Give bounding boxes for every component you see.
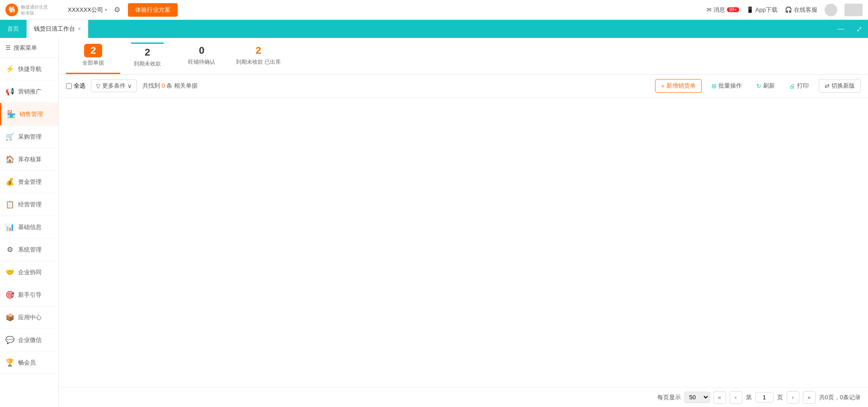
shop-icon: 🏪: [7, 110, 16, 118]
logo-text: 畅捷通好生意 标准版: [21, 4, 48, 16]
sidebar-label-quick-nav: 快捷导航: [18, 65, 42, 73]
money-icon: 💰: [5, 178, 14, 186]
stat-tab-pending[interactable]: 0 旺铺待确认: [175, 38, 229, 74]
next-page-btn[interactable]: ›: [787, 391, 799, 404]
sidebar-item-guide[interactable]: 🎯 新手引导: [0, 284, 58, 306]
sidebar-item-wechat[interactable]: 💬 企业微信: [0, 329, 58, 351]
sidebar-label-system: 系统管理: [18, 246, 42, 254]
header-right: ✉ 消息 99+ 📱 App下载 🎧 在线客服: [707, 4, 863, 16]
sidebar-item-marketing[interactable]: 📢 营销推广: [0, 80, 58, 103]
sidebar: ☰ 搜索菜单 ⚡ 快捷导航 📢 营销推广 🏪 销售管理 🛒 采购管理 🏠 库存核…: [0, 38, 59, 407]
sidebar-item-quick-nav[interactable]: ⚡ 快捷导航: [0, 58, 58, 80]
layout: ☰ 搜索菜单 ⚡ 快捷导航 📢 营销推广 🏪 销售管理 🛒 采购管理 🏠 库存核…: [0, 38, 868, 407]
total-info: 共0页，0条记录: [819, 393, 861, 402]
add-sales-order-button[interactable]: + 新增销货单: [655, 79, 702, 93]
search-icon: ☰: [5, 44, 11, 51]
add-btn-label: 新增销货单: [666, 82, 696, 90]
prev-page-btn[interactable]: ‹: [730, 391, 742, 404]
last-page-btn[interactable]: »: [803, 391, 816, 404]
sidebar-item-app-center[interactable]: 📦 应用中心: [0, 306, 58, 329]
sidebar-item-finance[interactable]: 💰 资金管理: [0, 171, 58, 193]
select-all-label: 全选: [74, 82, 85, 90]
lightning-icon: ⚡: [5, 65, 14, 73]
first-page-btn[interactable]: «: [713, 391, 726, 404]
stat-tab-shipped[interactable]: 2 到期未收款 已出库: [229, 38, 288, 74]
page-number-input[interactable]: [755, 392, 774, 402]
page-suffix: 页: [777, 393, 783, 402]
stat-num-all: 2: [84, 44, 102, 57]
app-download-icon: 📱: [746, 6, 754, 13]
stat-num-pending: 0: [199, 45, 204, 56]
search-menu-label: 搜索菜单: [14, 44, 37, 52]
switch-version-button[interactable]: ⇄ 切换新版: [819, 79, 861, 93]
minimize-icon: —: [837, 25, 844, 33]
sidebar-item-sales[interactable]: 🏪 销售管理: [0, 103, 58, 126]
tab-cash-flow-label: 钱货日清工作台: [34, 25, 75, 33]
refresh-label: 刷新: [763, 82, 775, 90]
sidebar-label-guide: 新手引导: [18, 291, 42, 299]
user-name-area[interactable]: [844, 4, 863, 16]
count-unit: 条: [166, 82, 172, 89]
tab-cash-flow[interactable]: 钱货日清工作台 ×: [27, 20, 88, 38]
count-number: 0: [162, 82, 165, 89]
logo-area: 畅 畅捷通好生意 标准版: [5, 4, 64, 16]
sidebar-item-purchase[interactable]: 🛒 采购管理: [0, 126, 58, 148]
tab-home-label: 首页: [7, 25, 19, 33]
tab-home[interactable]: 首页: [0, 20, 27, 38]
print-button[interactable]: 🖨 打印: [785, 80, 813, 92]
maximize-icon: ⤢: [856, 25, 862, 33]
main-content: 2 全部单据 2 到期未收款 0 旺铺待确认 2 到期未收款 已出库: [59, 38, 868, 407]
company-selector[interactable]: XXXXXX公司 ▾: [68, 6, 107, 14]
sidebar-item-system[interactable]: ⚙ 系统管理: [0, 239, 58, 261]
member-icon: 🏆: [5, 358, 14, 367]
trial-button[interactable]: 体验行业方案: [128, 3, 178, 17]
checkbox-input[interactable]: [66, 83, 72, 89]
handshake-icon: 🤝: [5, 268, 14, 276]
page-size-select[interactable]: 50 100 200: [684, 392, 710, 403]
stat-num-shipped: 2: [256, 45, 261, 56]
megaphone-icon: 📢: [5, 87, 14, 96]
sidebar-label-inventory: 库存核算: [18, 155, 42, 164]
refresh-button[interactable]: ↻ 刷新: [752, 80, 779, 92]
sidebar-label-basic-info: 基础信息: [18, 223, 42, 231]
plus-icon: +: [661, 83, 665, 89]
sidebar-item-member[interactable]: 🏆 畅会员: [0, 351, 58, 374]
stat-label-overdue: 到期未收款: [134, 60, 161, 68]
wechat-icon: 💬: [5, 336, 14, 344]
stat-label-shipped: 到期未收款 已出库: [236, 58, 281, 66]
search-menu[interactable]: ☰ 搜索菜单: [0, 38, 58, 58]
switch-icon: ⇄: [825, 83, 830, 89]
message-label: 消息: [713, 6, 725, 14]
batch-label: 批量操作: [718, 82, 742, 90]
sidebar-label-finance: 资金管理: [18, 178, 42, 186]
app-download-item[interactable]: 📱 App下载: [746, 6, 778, 14]
sidebar-item-enterprise[interactable]: 🤝 企业协同: [0, 261, 58, 284]
message-item[interactable]: ✉ 消息 99+: [707, 6, 739, 14]
gear-icon: ⚙: [5, 245, 14, 254]
sidebar-label-enterprise: 企业协同: [18, 268, 42, 276]
minimize-btn[interactable]: —: [832, 20, 850, 38]
sidebar-label-operations: 经营管理: [18, 201, 42, 209]
count-suffix: 相关单据: [174, 82, 198, 89]
pagination: 每页显示 50 100 200 « ‹ 第 页 › » 共0页，0条记录: [59, 387, 868, 407]
stat-tab-overdue[interactable]: 2 到期未收款: [120, 38, 175, 74]
tab-close-icon[interactable]: ×: [78, 26, 81, 32]
sidebar-item-inventory[interactable]: 🏠 库存核算: [0, 148, 58, 171]
online-service-item[interactable]: 🎧 在线客服: [785, 6, 817, 14]
avatar[interactable]: [825, 4, 837, 16]
company-name: XXXXXX公司: [68, 6, 103, 14]
result-count: 共找到 0 条 相关单据: [142, 82, 198, 90]
stat-tab-all[interactable]: 2 全部单据: [66, 38, 120, 74]
sidebar-label-wechat: 企业微信: [18, 336, 42, 344]
batch-operation-button[interactable]: ⊞ 批量操作: [707, 80, 746, 92]
switch-label: 切换新版: [831, 82, 855, 90]
header: 畅 畅捷通好生意 标准版 XXXXXX公司 ▾ ⚙ 体验行业方案 ✉ 消息 99…: [0, 0, 868, 20]
chevron-down-icon: ▾: [105, 7, 107, 12]
maximize-btn[interactable]: ⤢: [850, 20, 868, 38]
sidebar-item-operations[interactable]: 📋 经营管理: [0, 193, 58, 216]
settings-icon[interactable]: ⚙: [111, 4, 123, 16]
tabbar: 首页 钱货日清工作台 × — ⤢: [0, 20, 868, 38]
select-all-checkbox[interactable]: 全选: [66, 82, 85, 90]
sidebar-item-basic-info[interactable]: 📊 基础信息: [0, 216, 58, 239]
filter-dropdown[interactable]: ▽ 更多条件 ∨: [91, 80, 137, 92]
